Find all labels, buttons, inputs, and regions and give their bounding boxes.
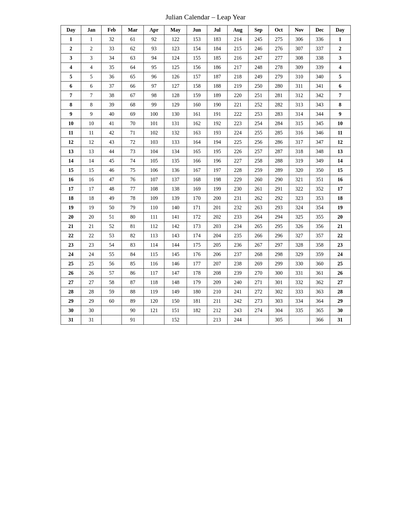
cell-jul: 192 xyxy=(207,119,227,128)
cell-nov: 310 xyxy=(289,72,309,82)
cell-mar: 69 xyxy=(122,110,144,119)
cell-jul: 191 xyxy=(207,110,227,119)
cell-sep: 250 xyxy=(248,82,269,91)
cell-jan: 16 xyxy=(81,175,102,184)
cell-sep: 256 xyxy=(248,138,269,147)
day-number-left: 21 xyxy=(61,222,81,231)
cell-oct: 277 xyxy=(269,54,289,63)
cell-dec: 361 xyxy=(309,269,330,278)
cell-jul: 183 xyxy=(207,35,227,44)
cell-aug: 214 xyxy=(227,35,248,44)
day-number-right: 19 xyxy=(330,203,350,212)
cell-jan: 5 xyxy=(81,72,102,82)
cell-aug: 244 xyxy=(227,315,248,325)
cell-dec: 346 xyxy=(309,128,330,138)
cell-may: 136 xyxy=(164,166,187,175)
day-number-right: 5 xyxy=(330,72,350,82)
day-number-right: 17 xyxy=(330,184,350,194)
cell-mar: 81 xyxy=(122,222,144,231)
cell-jun: 153 xyxy=(187,35,207,44)
cell-sep: 266 xyxy=(248,231,269,241)
cell-dec: 355 xyxy=(309,212,330,222)
cell-apr: 120 xyxy=(144,297,164,306)
cell-apr: 113 xyxy=(144,231,164,241)
day-number-left: 24 xyxy=(61,250,81,259)
cell-jul: 190 xyxy=(207,100,227,110)
cell-jul: 197 xyxy=(207,166,227,175)
cell-feb: 36 xyxy=(102,72,122,82)
cell-nov: 306 xyxy=(289,35,309,44)
cell-nov: 314 xyxy=(289,110,309,119)
cell-dec: 343 xyxy=(309,100,330,110)
table-row: 2525568511614617720723826929933036025 xyxy=(61,259,350,269)
cell-oct: 291 xyxy=(269,184,289,194)
cell-mar: 75 xyxy=(122,166,144,175)
cell-feb: 33 xyxy=(102,44,122,54)
cell-aug: 231 xyxy=(227,194,248,203)
cell-feb: 57 xyxy=(102,269,122,278)
cell-jun: 163 xyxy=(187,128,207,138)
cell-mar: 74 xyxy=(122,156,144,166)
day-number-right: 4 xyxy=(330,63,350,72)
cell-mar: 62 xyxy=(122,44,144,54)
table-row: 2929608912015018121124227330333436429 xyxy=(61,297,350,306)
cell-aug: 216 xyxy=(227,54,248,63)
cell-jul: 187 xyxy=(207,72,227,82)
cell-feb: 46 xyxy=(102,166,122,175)
cell-apr: 105 xyxy=(144,156,164,166)
table-row: 223362931231541842152462763073372 xyxy=(61,44,350,54)
cell-dec: 341 xyxy=(309,82,330,91)
cell-mar: 82 xyxy=(122,231,144,241)
cell-may: 123 xyxy=(164,44,187,54)
cell-aug: 240 xyxy=(227,278,248,287)
cell-jan: 10 xyxy=(81,119,102,128)
cell-aug: 227 xyxy=(227,156,248,166)
cell-sep: 270 xyxy=(248,269,269,278)
cell-jun: 164 xyxy=(187,138,207,147)
cell-aug: 232 xyxy=(227,203,248,212)
cell-sep: 246 xyxy=(248,44,269,54)
cell-dec: 365 xyxy=(309,306,330,315)
cell-nov: 327 xyxy=(289,231,309,241)
cell-oct: 276 xyxy=(269,44,289,54)
table-row: 1616477610713716819822926029032135116 xyxy=(61,175,350,184)
cell-feb: 47 xyxy=(102,175,122,184)
cell-feb: 52 xyxy=(102,222,122,231)
cell-sep: 261 xyxy=(248,184,269,194)
cell-apr: 104 xyxy=(144,147,164,156)
table-row: 2626578611714717820823927030033136126 xyxy=(61,269,350,278)
cell-dec: 338 xyxy=(309,54,330,63)
cell-apr: 118 xyxy=(144,278,164,287)
cell-apr: 101 xyxy=(144,119,164,128)
day-number-right: 3 xyxy=(330,54,350,63)
cell-feb: 53 xyxy=(102,231,122,241)
cell-oct: 282 xyxy=(269,100,289,110)
cell-oct: 302 xyxy=(269,287,289,297)
cell-may: 133 xyxy=(164,138,187,147)
cell-sep: 263 xyxy=(248,203,269,212)
column-header-may: May xyxy=(164,25,187,35)
cell-jun xyxy=(187,315,207,325)
cell-feb: 39 xyxy=(102,100,122,110)
day-number-right: 1 xyxy=(330,35,350,44)
page-container: Julian Calendar – Leap Year DayJanFebMar… xyxy=(61,13,351,325)
cell-sep: 249 xyxy=(248,72,269,82)
cell-jan: 6 xyxy=(81,82,102,91)
cell-jul: 203 xyxy=(207,222,227,231)
cell-jun: 170 xyxy=(187,194,207,203)
cell-aug: 230 xyxy=(227,184,248,194)
cell-jun: 176 xyxy=(187,250,207,259)
day-number-left: 26 xyxy=(61,269,81,278)
cell-jul: 212 xyxy=(207,306,227,315)
day-number-right: 27 xyxy=(330,278,350,287)
cell-jan: 4 xyxy=(81,63,102,72)
cell-nov: 320 xyxy=(289,166,309,175)
cell-nov: 328 xyxy=(289,241,309,250)
cell-aug: 243 xyxy=(227,306,248,315)
cell-jul: 189 xyxy=(207,91,227,100)
cell-may: 148 xyxy=(164,278,187,287)
cell-jul: 194 xyxy=(207,138,227,147)
cell-dec: 336 xyxy=(309,35,330,44)
cell-sep: 259 xyxy=(248,166,269,175)
cell-may: 125 xyxy=(164,63,187,72)
